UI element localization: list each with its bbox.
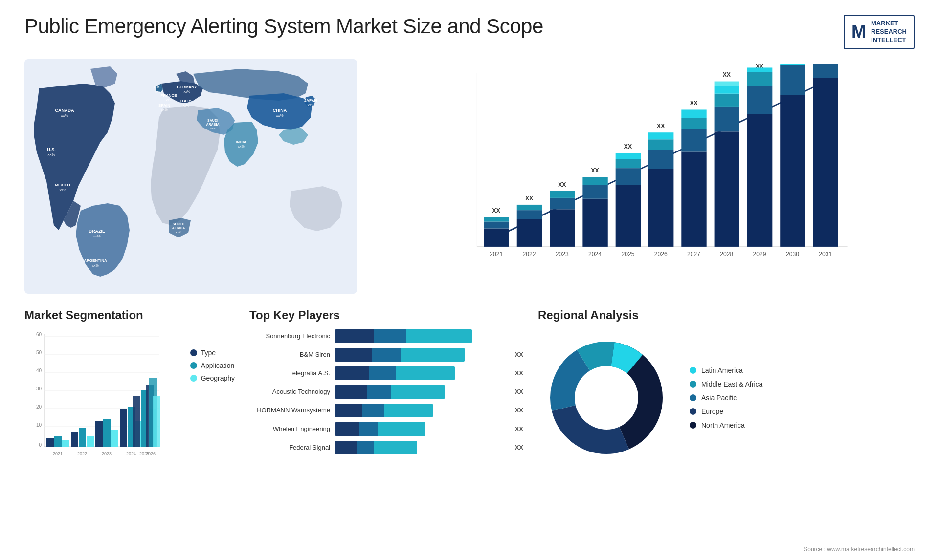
svg-text:xx%: xx% <box>183 90 190 93</box>
player-bar-acoustic <box>335 385 506 399</box>
svg-text:2025: 2025 <box>621 250 634 257</box>
svg-text:2021: 2021 <box>490 250 503 257</box>
legend-north-america-dot <box>690 422 696 429</box>
svg-text:xx%: xx% <box>238 145 244 148</box>
legend-asia-pacific-dot <box>690 394 696 401</box>
legend-europe-label: Europe <box>701 408 723 415</box>
svg-text:2024: 2024 <box>588 250 602 257</box>
svg-text:xx%: xx% <box>276 113 283 118</box>
svg-text:2024: 2024 <box>126 452 136 456</box>
donut-container: Latin America Middle East & Africa Asia … <box>538 329 915 466</box>
bar-chart-section: XX 2021 XX 2022 XX 2023 <box>367 59 915 294</box>
player-value-acoustic: XX <box>515 388 523 395</box>
svg-text:2031: 2031 <box>819 250 832 257</box>
segmentation-section: Market Segmentation 60 50 40 30 20 <box>24 308 235 494</box>
svg-text:FRANCE: FRANCE <box>160 93 177 98</box>
seg-chart: 60 50 40 30 20 10 0 <box>24 329 180 473</box>
svg-text:INDIA: INDIA <box>236 140 246 144</box>
svg-rect-60 <box>616 153 641 159</box>
svg-rect-64 <box>648 150 673 169</box>
legend-application-label: Application <box>201 362 235 369</box>
svg-text:0: 0 <box>39 442 42 448</box>
svg-rect-59 <box>616 159 641 168</box>
svg-rect-72 <box>681 109 706 118</box>
player-value-federal: XX <box>515 444 523 451</box>
svg-rect-122 <box>111 430 118 447</box>
regional-title: Regional Analysis <box>538 308 915 322</box>
svg-text:2023: 2023 <box>102 452 112 456</box>
player-name-sonnenburg: Sonnenburg Electronic <box>249 332 330 340</box>
svg-rect-66 <box>648 132 673 139</box>
legend-geography-dot <box>190 375 197 382</box>
svg-text:2023: 2023 <box>556 250 569 257</box>
svg-rect-54 <box>582 177 607 185</box>
svg-text:xx%: xx% <box>47 152 55 157</box>
legend-latin-america: Latin America <box>690 366 762 374</box>
logo-text: MARKET RESEARCH INTELLECT <box>871 20 907 44</box>
svg-text:xx%: xx% <box>59 188 66 192</box>
player-bar-sonnenburg <box>335 329 514 343</box>
map-svg: CANADA xx% U.S. xx% MEXICO xx% BRAZIL xx… <box>24 59 357 294</box>
svg-text:xx%: xx% <box>176 231 181 234</box>
player-name-telegrafia: Telegrafia A.S. <box>249 369 330 377</box>
svg-rect-75 <box>715 131 739 247</box>
svg-rect-82 <box>747 114 772 246</box>
svg-text:BRAZIL: BRAZIL <box>89 229 105 234</box>
svg-text:2026: 2026 <box>654 250 668 257</box>
svg-text:xx%: xx% <box>155 90 160 93</box>
donut-chart-svg <box>538 329 675 466</box>
svg-rect-39 <box>484 217 509 221</box>
svg-rect-116 <box>71 432 78 447</box>
legend-type-dot <box>190 349 197 356</box>
legend-middle-east: Middle East & Africa <box>690 380 762 388</box>
svg-rect-112 <box>46 438 54 447</box>
svg-text:U.K.: U.K. <box>154 86 161 89</box>
legend-latin-america-label: Latin America <box>701 366 743 374</box>
svg-text:CHINA: CHINA <box>273 108 287 113</box>
svg-rect-87 <box>780 95 805 246</box>
svg-text:60: 60 <box>36 332 42 337</box>
svg-rect-121 <box>103 419 111 447</box>
svg-rect-118 <box>87 436 94 447</box>
logo-letter: M <box>851 22 866 42</box>
svg-rect-49 <box>550 191 575 198</box>
player-value-telegrafia: XX <box>515 369 523 377</box>
player-row-federal: Federal Signal XX <box>249 441 523 454</box>
svg-rect-42 <box>517 219 542 246</box>
legend-middle-east-label: Middle East & Africa <box>701 380 762 388</box>
svg-text:xx%: xx% <box>307 103 313 107</box>
svg-text:20: 20 <box>36 404 42 409</box>
player-bar-telegrafia <box>335 366 506 380</box>
bottom-section: Market Segmentation 60 50 40 30 20 <box>24 308 915 494</box>
svg-text:2030: 2030 <box>786 250 799 257</box>
svg-text:ARGENTINA: ARGENTINA <box>84 258 107 263</box>
svg-text:xx%: xx% <box>182 104 189 107</box>
svg-rect-69 <box>681 151 706 246</box>
header: Public Emergency Alerting System Market … <box>24 15 915 49</box>
svg-text:AFRICA: AFRICA <box>172 226 185 230</box>
legend-latin-america-dot <box>690 367 696 374</box>
svg-text:10: 10 <box>36 422 42 428</box>
bar-chart-wrapper: XX 2021 XX 2022 XX 2023 <box>396 64 905 274</box>
legend-europe: Europe <box>690 408 762 415</box>
svg-rect-44 <box>517 205 542 210</box>
seg-legend: Type Application Geography <box>190 344 235 382</box>
legend-europe-dot <box>690 408 696 415</box>
svg-rect-134 <box>153 396 160 447</box>
svg-rect-57 <box>616 185 641 246</box>
legend-application-dot <box>190 362 197 369</box>
seg-content: 60 50 40 30 20 10 0 <box>24 329 235 473</box>
player-name-whelen: Whelen Engineering <box>249 425 330 432</box>
svg-rect-83 <box>747 86 772 114</box>
svg-rect-65 <box>648 139 673 150</box>
svg-point-142 <box>577 368 636 427</box>
svg-rect-117 <box>79 428 86 447</box>
svg-rect-113 <box>54 436 62 447</box>
players-chart: Sonnenburg Electronic B&M Siren <box>249 329 523 454</box>
svg-text:2029: 2029 <box>753 250 766 257</box>
legend-asia-pacific: Asia Pacific <box>690 394 762 402</box>
legend-geography-label: Geography <box>201 374 235 382</box>
player-row-bm: B&M Siren XX <box>249 348 523 362</box>
svg-text:xx%: xx% <box>92 264 98 267</box>
svg-text:GERMANY: GERMANY <box>177 85 198 89</box>
